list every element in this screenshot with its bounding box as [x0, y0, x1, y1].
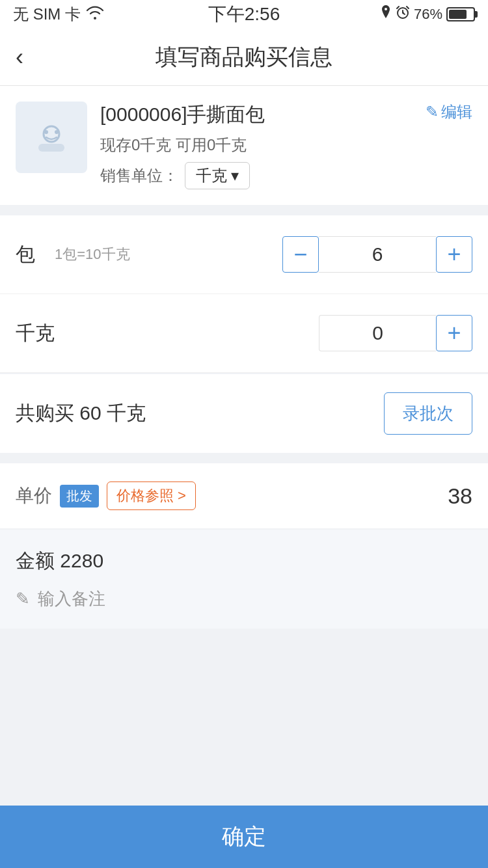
edit-icon: ✎ — [426, 103, 439, 121]
page-spacer — [0, 629, 488, 824]
quantity-controls-bao: − + — [282, 236, 472, 273]
quantity-label-bao: 包 — [16, 241, 55, 268]
product-section: [0000006]手撕面包 现存0千克 可用0千克 销售单位： 千克 ▾ ✎ 编… — [0, 86, 488, 205]
batch-button[interactable]: 录批次 — [384, 392, 472, 435]
product-info: [0000006]手撕面包 现存0千克 可用0千克 销售单位： 千克 ▾ — [100, 102, 472, 189]
product-image — [16, 102, 87, 173]
quantity-bao-input[interactable] — [319, 236, 436, 273]
quantity-section: 包 1包=10千克 − + 千克 + — [0, 215, 488, 373]
status-left: 无 SIM 卡 — [13, 4, 104, 25]
edit-button[interactable]: ✎ 编辑 — [426, 102, 472, 122]
quantity-label-kg: 千克 — [16, 320, 55, 347]
status-right: 76% — [380, 5, 475, 23]
svg-rect-4 — [38, 144, 64, 152]
increment-kg-button[interactable]: + — [436, 315, 472, 351]
unit-selector[interactable]: 千克 ▾ — [185, 162, 250, 189]
svg-point-3 — [55, 130, 59, 134]
svg-point-2 — [44, 130, 48, 134]
increment-bao-button[interactable]: + — [436, 236, 472, 273]
quantity-row-bao: 包 1包=10千克 − + — [0, 215, 488, 294]
price-label: 单价 — [16, 483, 52, 508]
location-icon — [380, 5, 392, 23]
decrement-bao-button[interactable]: − — [282, 236, 319, 273]
remark-row[interactable]: ✎ 输入备注 — [16, 588, 472, 610]
confirm-button[interactable]: 确定 — [0, 806, 488, 868]
amount-section: 金额 2280 ✎ 输入备注 — [0, 530, 488, 629]
price-tag: 批发 — [60, 485, 99, 508]
stock-available: 可用0千克 — [176, 136, 247, 154]
product-name: [0000006]手撕面包 — [100, 102, 472, 128]
price-section: 单价 批发 价格参照 > 38 — [0, 463, 488, 528]
price-row: 单价 批发 价格参照 > 38 — [16, 481, 472, 510]
quantity-row-kg: 千克 + — [0, 294, 488, 373]
carrier-label: 无 SIM 卡 — [13, 4, 81, 25]
status-bar: 无 SIM 卡 下午2:56 76% — [0, 0, 488, 29]
wifi-icon — [86, 5, 104, 23]
quantity-controls-kg: + — [319, 315, 472, 351]
remark-icon: ✎ — [16, 589, 30, 609]
quantity-kg-input[interactable] — [319, 315, 436, 351]
battery-percentage: 76% — [414, 6, 442, 23]
product-stock: 现存0千克 可用0千克 — [100, 135, 472, 156]
price-value: 38 — [448, 483, 472, 509]
stock-current: 现存0千克 — [100, 136, 171, 154]
amount-value: 2280 — [60, 550, 103, 571]
amount-label: 金额 — [16, 550, 55, 571]
product-unit: 销售单位： 千克 ▾ — [100, 162, 472, 189]
amount-row: 金额 2280 — [16, 548, 472, 575]
battery-icon — [446, 7, 475, 21]
back-button[interactable]: ‹ — [16, 44, 23, 71]
total-text: 共购买 60 千克 — [16, 400, 146, 427]
remark-placeholder: 输入备注 — [38, 588, 105, 610]
price-reference-button[interactable]: 价格参照 > — [107, 481, 196, 510]
alarm-icon — [396, 5, 410, 23]
status-time: 下午2:56 — [208, 2, 280, 27]
quantity-hint-bao: 1包=10千克 — [55, 245, 282, 264]
total-row: 共购买 60 千克 录批次 — [0, 374, 488, 453]
nav-bar: ‹ 填写商品购买信息 — [0, 29, 488, 86]
page-title: 填写商品购买信息 — [156, 42, 332, 72]
dropdown-arrow-icon: ▾ — [231, 167, 239, 185]
